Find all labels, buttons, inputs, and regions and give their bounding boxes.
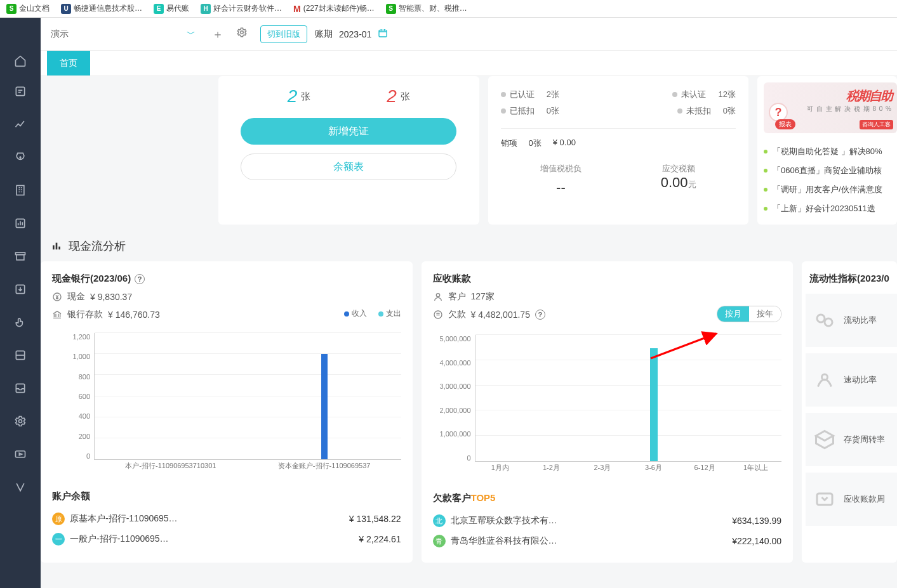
period-value[interactable]: 2023-01 bbox=[339, 29, 371, 39]
nav-building-icon[interactable] bbox=[13, 183, 28, 198]
period-label: 账期 bbox=[315, 29, 333, 40]
org-selector[interactable]: 演示 ﹀ bbox=[41, 29, 206, 40]
help-icon[interactable]: ? bbox=[535, 310, 545, 320]
gear-icon[interactable] bbox=[236, 27, 248, 41]
nav-hand-icon[interactable] bbox=[13, 315, 28, 330]
nav-chart-icon[interactable] bbox=[13, 117, 28, 132]
nav-money-icon[interactable] bbox=[13, 150, 28, 165]
svg-rect-6 bbox=[17, 255, 24, 260]
bank-row: 银行存款 ¥ 146,760.73 bbox=[52, 309, 160, 320]
org-name: 演示 bbox=[51, 29, 69, 40]
annotation-arrow bbox=[648, 330, 724, 362]
tax-payable: 应交税额 0.00元 bbox=[661, 163, 696, 196]
toggle-month[interactable]: 按月 bbox=[717, 306, 749, 322]
chart-legend: 收入 支出 bbox=[344, 308, 401, 319]
user-icon bbox=[433, 292, 443, 302]
nav-inbox-icon[interactable] bbox=[13, 381, 28, 396]
voucher-count-2: 2张 bbox=[387, 86, 410, 107]
svg-rect-1 bbox=[379, 30, 387, 37]
svg-point-18 bbox=[825, 318, 832, 326]
top5-title: 欠款客户TOP5 bbox=[433, 492, 782, 504]
main: 2张 2张 新增凭证 余额表 已认证 2张 未认证 12张 已抵扣 0张 未抵扣… bbox=[41, 76, 897, 588]
left-nav bbox=[0, 18, 41, 588]
nav-settings-icon[interactable] bbox=[13, 414, 28, 429]
nav-voucher-icon[interactable] bbox=[13, 84, 28, 99]
news-card: 税期自助 可 自 主 解 决 税 期 8 0 % ? 报表 咨询人工客 「税期自… bbox=[757, 76, 897, 225]
new-voucher-button[interactable]: 新增凭证 bbox=[241, 118, 456, 145]
debt-icon bbox=[433, 310, 443, 320]
invoice-card: 已认证 2张 未认证 12张 已抵扣 0张 未抵扣 0张 销项 0张 ¥ 0.0… bbox=[488, 76, 749, 225]
yen-icon bbox=[52, 292, 62, 302]
sales-row: 销项 0张 ¥ 0.00 bbox=[501, 138, 736, 149]
bookmark[interactable]: E易代账 bbox=[154, 3, 189, 14]
tab-home[interactable]: 首页 bbox=[47, 51, 90, 75]
promo-banner[interactable]: 税期自助 可 自 主 解 决 税 期 8 0 % ? 报表 咨询人工客 bbox=[764, 82, 897, 133]
svg-line-21 bbox=[651, 334, 716, 358]
switch-old-button[interactable]: 切到旧版 bbox=[260, 25, 307, 43]
bookmark[interactable]: S金山文档 bbox=[6, 3, 50, 14]
section-cashflow-title: 现金流分析 bbox=[41, 225, 897, 261]
owed-row: 欠款 ¥ 4,482,001.75 ? bbox=[433, 309, 545, 320]
account-row[interactable]: 一一般户-招行-11090695…¥ 2,224.61 bbox=[52, 529, 401, 549]
svg-point-15 bbox=[436, 294, 439, 297]
calendar-icon[interactable] bbox=[378, 28, 388, 40]
add-icon[interactable]: ＋ bbox=[212, 27, 223, 42]
top5-row[interactable]: 青青岛华胜蓝谷科技有限公…¥222,140.00 bbox=[433, 531, 782, 551]
nav-download-icon[interactable] bbox=[13, 282, 28, 297]
toggle-year[interactable]: 按年 bbox=[749, 306, 781, 322]
voucher-count-1: 2张 bbox=[288, 86, 311, 107]
news-list: 「税期自助化答疑 」解决80% 「0606直播」商贸企业辅助核 「调研」用友客户… bbox=[764, 142, 897, 218]
bank-icon bbox=[52, 310, 62, 320]
news-item[interactable]: 「调研」用友客户/伙伴满意度 bbox=[764, 180, 897, 199]
period-toggle: 按月 按年 bbox=[717, 306, 781, 322]
cash-bank-card: 现金银行(2023/06) ? 现金 ¥ 9,830.37 银行存款 ¥ 146… bbox=[41, 261, 413, 563]
vat-burden: 增值税税负 -- bbox=[540, 163, 581, 196]
account-row[interactable]: 原原基本户-招行-11090695…¥ 131,548.22 bbox=[52, 509, 401, 529]
cash-bank-chart: 1,2001,0008006004002000 本户-招行-1109069537… bbox=[52, 333, 401, 479]
news-item[interactable]: 「上新」好会计20230511迭 bbox=[764, 199, 897, 218]
help-icon[interactable]: ? bbox=[135, 274, 145, 284]
news-item[interactable]: 「0606直播」商贸企业辅助核 bbox=[764, 161, 897, 180]
liquidity-tile[interactable]: 速动比率 bbox=[806, 353, 897, 407]
liquidity-tile[interactable]: 应收账款周 bbox=[806, 473, 897, 526]
nav-report-icon[interactable] bbox=[13, 216, 28, 231]
receivable-chart: 5,000,0004,000,0003,000,0002,000,0001,00… bbox=[433, 335, 782, 481]
promo-badge: 报表 bbox=[775, 119, 795, 129]
account-balance-title: 账户余额 bbox=[52, 490, 401, 502]
nav-home-icon[interactable] bbox=[13, 51, 28, 66]
bookmark[interactable]: U畅捷通信息技术股… bbox=[61, 3, 142, 14]
cs-button[interactable]: 咨询人工客 bbox=[860, 120, 893, 129]
news-item[interactable]: 「税期自助化答疑 」解决80% bbox=[764, 142, 897, 161]
nav-video-icon[interactable] bbox=[13, 447, 28, 462]
receivable-card: 应收账款 客户 127家 欠款 ¥ 4,482,001.75 ? 按月 bbox=[422, 261, 794, 563]
app-bar: 专业版 演示 ﹀ ＋ 切到旧版 账期 2023-01 bbox=[0, 18, 897, 51]
liquidity-tile[interactable]: 流动比率 bbox=[806, 294, 897, 347]
nav-v-icon[interactable] bbox=[13, 480, 28, 495]
svg-rect-13 bbox=[58, 247, 60, 250]
balance-sheet-button[interactable]: 余额表 bbox=[241, 154, 456, 180]
voucher-card: 2张 2张 新增凭证 余额表 bbox=[218, 76, 479, 225]
liquidity-card: 流动性指标(2023/0 流动比率速动比率存货周转率应收账款周 bbox=[802, 261, 897, 563]
bar-chart-icon bbox=[51, 241, 62, 251]
browser-bookmarks-bar: S金山文档 U畅捷通信息技术股… E易代账 H好会计云财务软件… M(227封未… bbox=[0, 0, 897, 18]
receivable-title: 应收账款 bbox=[433, 273, 545, 285]
cash-bank-title: 现金银行(2023/06) ? bbox=[52, 273, 160, 285]
svg-point-0 bbox=[241, 31, 244, 34]
svg-point-19 bbox=[822, 374, 828, 380]
liquidity-tile[interactable]: 存货周转率 bbox=[806, 413, 897, 466]
bookmark[interactable]: M(227封未读邮件)畅… bbox=[293, 3, 375, 14]
nav-scan-icon[interactable] bbox=[13, 348, 28, 363]
tabs-row: 首页 bbox=[41, 51, 897, 76]
svg-rect-11 bbox=[53, 245, 55, 250]
top5-row[interactable]: 北北京互帮联众数字技术有…¥634,139.99 bbox=[433, 511, 782, 531]
svg-rect-10 bbox=[16, 451, 25, 457]
svg-rect-12 bbox=[56, 243, 58, 250]
svg-point-9 bbox=[19, 420, 22, 423]
svg-point-17 bbox=[817, 315, 825, 322]
svg-rect-2 bbox=[16, 87, 24, 95]
bookmark[interactable]: H好会计云财务软件… bbox=[201, 3, 282, 14]
bookmark[interactable]: S智能票、财、税推… bbox=[386, 3, 467, 14]
svg-rect-3 bbox=[17, 186, 24, 195]
nav-archive-icon[interactable] bbox=[13, 249, 28, 264]
chevron-down-icon: ﹀ bbox=[187, 29, 196, 40]
